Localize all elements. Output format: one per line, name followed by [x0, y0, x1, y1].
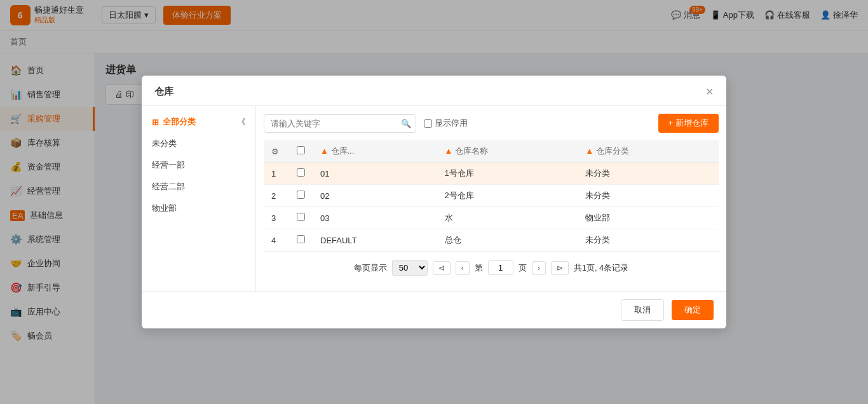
all-categories-item[interactable]: ⊞ 全部分类 《 [142, 111, 255, 133]
modal-overlay: 仓库 ✕ ⊞ 全部分类 《 未分类 经营一部 经营二部 物业部 [0, 0, 868, 404]
table-container: ⚙ ▲ 仓库... ▲ 仓库名称 [264, 140, 719, 252]
all-categories-label: 全部分类 [163, 116, 196, 128]
row-name-1: 1号仓库 [437, 163, 578, 185]
row-category-4: 未分类 [578, 229, 719, 252]
modal-close-button[interactable]: ✕ [705, 86, 714, 98]
row-checkbox-4 [289, 229, 313, 252]
modal-footer: 取消 确定 [142, 291, 726, 328]
category-item-uncategorized[interactable]: 未分类 [142, 133, 255, 154]
collapse-button[interactable]: 《 [238, 117, 245, 128]
row-code-2: 02 [313, 185, 437, 207]
row-name-4: 总仓 [437, 229, 578, 252]
table-row[interactable]: 2 02 2号仓库 未分类 [264, 185, 719, 207]
row-checkbox-1 [289, 163, 313, 185]
search-input-wrap: 🔍 [264, 114, 416, 133]
row-checkbox-3 [289, 207, 313, 229]
table-toolbar: 🔍 显示停用 + 新增仓库 [264, 114, 719, 133]
modal-title: 仓库 [154, 86, 173, 98]
row-settings-3: 3 [264, 207, 289, 229]
category-item-ops2[interactable]: 经营二部 [142, 176, 255, 198]
row-category-2: 未分类 [578, 185, 719, 207]
row-code-1: 01 [313, 163, 437, 185]
warehouse-table: ⚙ ▲ 仓库... ▲ 仓库名称 [264, 140, 719, 252]
search-icon[interactable]: 🔍 [401, 119, 411, 128]
row-select-checkbox-2[interactable] [297, 191, 305, 199]
category-panel: ⊞ 全部分类 《 未分类 经营一部 经营二部 物业部 [142, 106, 256, 291]
total-records-label: 共1页, 4条记录 [574, 262, 629, 274]
row-category-1: 未分类 [578, 163, 719, 185]
table-row[interactable]: 3 03 水 物业部 [264, 207, 719, 229]
category-item-property[interactable]: 物业部 [142, 198, 255, 219]
col-name: ▲ 仓库名称 [437, 140, 578, 163]
page-label: 第 [475, 262, 483, 274]
col-code: ▲ 仓库... [313, 140, 437, 163]
show-disabled-text: 显示停用 [435, 118, 468, 129]
table-body: 1 01 1号仓库 未分类 2 [264, 163, 719, 252]
row-category-3: 物业部 [578, 207, 719, 229]
row-code-4: DEFAULT [313, 229, 437, 252]
row-select-checkbox-4[interactable] [297, 235, 305, 243]
show-disabled-label[interactable]: 显示停用 [424, 118, 468, 129]
table-panel: 🔍 显示停用 + 新增仓库 ⚙ [256, 106, 726, 291]
prev-page-button[interactable]: ‹ [456, 261, 470, 275]
pagination: 每页显示 10 20 50 100 ⊲ ‹ 第 页 › ⊳ 共1页, 4条记录 [264, 252, 719, 283]
row-name-2: 2号仓库 [437, 185, 578, 207]
add-warehouse-button[interactable]: + 新增仓库 [658, 114, 719, 133]
row-settings-2: 2 [264, 185, 289, 207]
category-item-ops1[interactable]: 经营一部 [142, 154, 255, 176]
warehouse-modal: 仓库 ✕ ⊞ 全部分类 《 未分类 经营一部 经营二部 物业部 [142, 76, 726, 328]
modal-header: 仓库 ✕ [142, 76, 726, 106]
row-settings-4: 4 [264, 229, 289, 252]
col-category: ▲ 仓库分类 [578, 140, 719, 163]
table-row[interactable]: 4 DEFAULT 总仓 未分类 [264, 229, 719, 252]
table-header-row: ⚙ ▲ 仓库... ▲ 仓库名称 [264, 140, 719, 163]
row-code-3: 03 [313, 207, 437, 229]
per-page-label: 每页显示 [354, 262, 387, 274]
confirm-button[interactable]: 确定 [672, 300, 714, 320]
page-number-input[interactable] [488, 260, 513, 275]
row-select-checkbox-1[interactable] [297, 168, 305, 177]
last-page-button[interactable]: ⊳ [551, 261, 569, 275]
select-all-checkbox[interactable] [297, 146, 305, 154]
cancel-button[interactable]: 取消 [621, 299, 664, 321]
row-checkbox-2 [289, 185, 313, 207]
table-row[interactable]: 1 01 1号仓库 未分类 [264, 163, 719, 185]
first-page-button[interactable]: ⊲ [433, 261, 451, 275]
modal-body: ⊞ 全部分类 《 未分类 经营一部 经营二部 物业部 🔍 [142, 106, 726, 291]
show-disabled-checkbox[interactable] [424, 119, 432, 128]
per-page-select[interactable]: 10 20 50 100 [392, 260, 428, 276]
search-input[interactable] [264, 114, 416, 133]
row-settings-1: 1 [264, 163, 289, 185]
page-suffix: 页 [519, 262, 527, 274]
table-head: ⚙ ▲ 仓库... ▲ 仓库名称 [264, 140, 719, 163]
row-select-checkbox-3[interactable] [297, 213, 305, 221]
col-settings: ⚙ [264, 140, 289, 163]
grid-icon: ⊞ [152, 118, 159, 127]
row-name-3: 水 [437, 207, 578, 229]
col-checkbox [289, 140, 313, 163]
next-page-button[interactable]: › [532, 261, 546, 275]
